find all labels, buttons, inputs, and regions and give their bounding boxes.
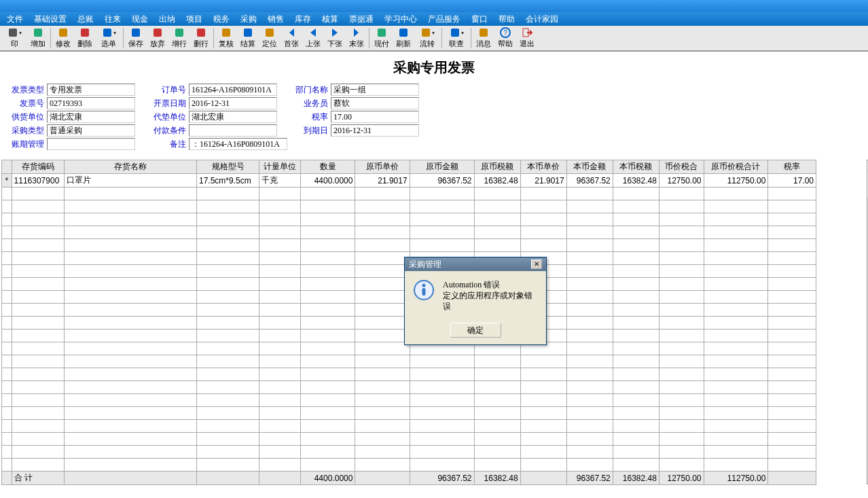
cell[interactable]: 96367.52 (566, 174, 613, 188)
cell-empty[interactable] (704, 317, 768, 330)
toolbar-first-button[interactable]: 首张 (281, 26, 302, 50)
cell-empty[interactable] (65, 433, 197, 446)
col-header[interactable]: 原币税额 (474, 160, 520, 174)
dialog-title-bar[interactable]: 采购管理 ✕ (405, 257, 546, 271)
cell-empty[interactable] (301, 265, 355, 278)
cell-empty[interactable] (410, 239, 474, 252)
cell-empty[interactable] (196, 291, 259, 304)
cell-empty[interactable] (65, 226, 197, 239)
cell-empty[interactable] (355, 407, 410, 420)
menu-item-11[interactable]: 核算 (317, 12, 344, 26)
toolbar-cancel-button[interactable]: 放弃 (147, 26, 168, 50)
cell-empty[interactable] (704, 304, 768, 317)
cell-empty[interactable] (520, 420, 566, 433)
cell[interactable]: 16382.48 (474, 174, 520, 188)
input-agent-unit[interactable] (189, 111, 277, 123)
cell-empty[interactable] (355, 459, 410, 472)
cell-empty[interactable] (259, 265, 301, 278)
cell-empty[interactable] (301, 304, 355, 317)
input-order-no[interactable] (189, 84, 277, 96)
input-dept[interactable] (331, 84, 419, 96)
cell-empty[interactable] (474, 446, 520, 459)
cell-empty[interactable] (704, 291, 768, 304)
cell-empty[interactable] (659, 446, 704, 459)
cell-empty[interactable] (301, 226, 355, 239)
cell-empty[interactable] (768, 342, 816, 355)
cell-empty[interactable] (12, 355, 65, 368)
menu-item-16[interactable]: 帮助 (493, 12, 520, 26)
cell-empty[interactable] (196, 381, 259, 394)
toolbar-query-button[interactable]: ▾联查 (444, 26, 469, 50)
cell-empty[interactable] (12, 278, 65, 291)
cell-empty[interactable] (704, 381, 768, 394)
cell-empty[interactable] (768, 252, 816, 265)
cell-empty[interactable] (65, 355, 197, 368)
cell-empty[interactable] (259, 368, 301, 381)
input-account-mgmt[interactable] (47, 138, 135, 150)
cell-empty[interactable] (12, 252, 65, 265)
cell-empty[interactable] (410, 188, 474, 200)
cell-empty[interactable] (659, 291, 704, 304)
toolbar-msg-button[interactable]: 消息 (473, 26, 494, 50)
cell[interactable]: 4400.0000 (301, 174, 355, 188)
cell-empty[interactable] (474, 200, 520, 213)
cell-empty[interactable] (520, 239, 566, 252)
cell-empty[interactable] (659, 252, 704, 265)
cell-empty[interactable] (613, 459, 659, 472)
cell-empty[interactable] (566, 446, 613, 459)
cell-empty[interactable] (65, 239, 197, 252)
col-header[interactable]: 本币单价 (520, 160, 566, 174)
cell-empty[interactable] (65, 330, 197, 342)
cell-empty[interactable] (12, 226, 65, 239)
cell-empty[interactable] (768, 394, 816, 407)
cell-empty[interactable] (566, 459, 613, 472)
cell-empty[interactable] (65, 200, 197, 213)
cell-empty[interactable] (520, 381, 566, 394)
cell-empty[interactable] (65, 420, 197, 433)
col-header[interactable]: 计量单位 (259, 160, 301, 174)
cell-empty[interactable] (474, 433, 520, 446)
cell-empty[interactable] (259, 213, 301, 226)
cell-empty[interactable] (301, 446, 355, 459)
cell-empty[interactable] (355, 291, 410, 304)
cell-empty[interactable] (301, 342, 355, 355)
cell-empty[interactable] (301, 459, 355, 472)
cell-empty[interactable] (259, 355, 301, 368)
cell-empty[interactable] (196, 188, 259, 200)
cell-empty[interactable] (12, 265, 65, 278)
cell-empty[interactable] (768, 213, 816, 226)
cell-empty[interactable] (659, 433, 704, 446)
col-header[interactable]: 原币金额 (410, 160, 474, 174)
input-invoice-type[interactable] (47, 84, 135, 96)
cell-empty[interactable] (301, 213, 355, 226)
cell-empty[interactable] (12, 420, 65, 433)
cell-empty[interactable] (12, 342, 65, 355)
cell-empty[interactable] (355, 200, 410, 213)
cell-empty[interactable] (196, 446, 259, 459)
menu-item-10[interactable]: 库存 (289, 12, 317, 26)
cell-empty[interactable] (613, 433, 659, 446)
cell-empty[interactable] (12, 213, 65, 226)
cell-empty[interactable] (196, 278, 259, 291)
cell-empty[interactable] (12, 459, 65, 472)
cell-empty[interactable] (12, 304, 65, 317)
cell-empty[interactable] (65, 213, 197, 226)
cell-empty[interactable] (613, 278, 659, 291)
cell-empty[interactable] (520, 407, 566, 420)
cell-empty[interactable] (520, 200, 566, 213)
table-row-empty[interactable] (2, 381, 816, 394)
table-row-empty[interactable] (2, 213, 816, 226)
cell-empty[interactable] (613, 252, 659, 265)
cell-empty[interactable] (768, 200, 816, 213)
cell-empty[interactable] (659, 239, 704, 252)
cell[interactable]: 12750.00 (659, 174, 704, 188)
cell-empty[interactable] (566, 188, 613, 200)
cell-empty[interactable] (12, 291, 65, 304)
col-header[interactable]: 原币单价 (355, 160, 410, 174)
cell-empty[interactable] (613, 188, 659, 200)
cell-empty[interactable] (12, 407, 65, 420)
toolbar-last-button[interactable]: 末张 (346, 26, 367, 50)
toolbar-edit-button[interactable]: 修改 (53, 26, 73, 50)
toolbar-delete-button[interactable]: 删除 (75, 26, 95, 50)
cell-empty[interactable] (613, 355, 659, 368)
